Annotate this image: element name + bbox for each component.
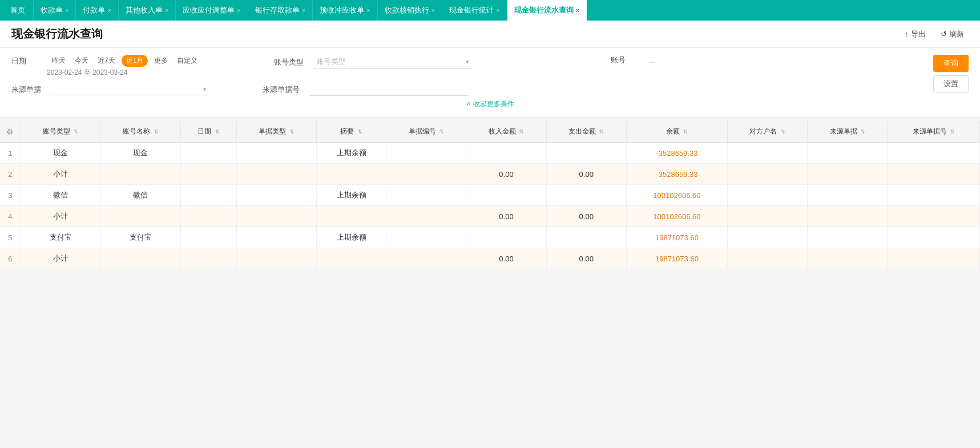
table-row[interactable]: 3微信微信上期余额100102606.60 <box>0 185 980 206</box>
sort-icon-doc-num[interactable]: ⇅ <box>439 129 444 135</box>
table-row[interactable]: 5支付宝支付宝上期余额19871073.60 <box>0 227 980 248</box>
date-label: 日期 <box>11 56 40 66</box>
nav-tab-5[interactable]: 预收冲应收单 × <box>313 0 377 21</box>
cell-summary: 上期余额 <box>317 143 386 164</box>
nav-close-0[interactable]: × <box>65 7 68 14</box>
cell-date <box>181 164 237 185</box>
account-type-label: 账号类型 <box>274 57 304 67</box>
cell-doc_type <box>236 227 316 248</box>
cell-source_doc_num <box>888 227 980 248</box>
cell-account_type: 小计 <box>21 164 100 185</box>
cell-date <box>181 248 237 269</box>
nav-tab-7[interactable]: 现金银行统计 × <box>442 0 507 21</box>
table-row[interactable]: 4小计0.000.00100102606.60 <box>0 206 980 227</box>
th-counterpart-label: 对方户名 <box>749 127 777 135</box>
nav-tab-0[interactable]: 收款单 × <box>34 0 76 21</box>
cell-num: 3 <box>0 185 21 206</box>
nav-tab-4[interactable]: 银行存取款单 × <box>248 0 313 21</box>
source-doc-num-input[interactable] <box>312 85 465 94</box>
sort-icon-balance[interactable]: ⇅ <box>683 129 688 135</box>
cell-expense: 0.00 <box>546 164 626 185</box>
source-doc-label: 来源单据 <box>11 84 41 95</box>
table-row[interactable]: 1现金现金上期余额-3528659.33 <box>0 143 980 164</box>
nav-tab-6[interactable]: 收款核销执行 × <box>378 0 442 21</box>
cell-balance: 100102606.60 <box>626 206 727 227</box>
cell-balance: -3528659.33 <box>626 143 727 164</box>
account-type-select[interactable]: 账号类型 ▾ <box>313 55 473 69</box>
cell-summary <box>317 248 386 269</box>
refresh-button[interactable]: ↺ 刷新 <box>936 27 969 42</box>
sort-icon-counterpart[interactable]: ⇅ <box>781 129 785 135</box>
top-nav: 首页 收款单 × 付款单 × 其他收入单 × 应收应付调整单 × 银行存取款单 … <box>0 0 980 21</box>
cell-doc_type <box>236 185 316 206</box>
nav-close-2[interactable]: × <box>165 7 168 14</box>
page-title: 现金银行流水查询 <box>11 26 103 42</box>
th-summary-label: 摘要 <box>340 127 354 135</box>
nav-close-7[interactable]: × <box>496 7 499 14</box>
cell-account_name <box>100 248 180 269</box>
sort-icon-summary[interactable]: ⇅ <box>358 129 362 135</box>
nav-home[interactable]: 首页 <box>2 0 34 21</box>
cell-balance: 19871073.60 <box>626 227 727 248</box>
date-btn-1month[interactable]: 近1月 <box>122 55 148 67</box>
collapse-bar[interactable]: ∧ 收起更多条件 <box>11 96 969 112</box>
th-date: 日期 ⇅ <box>181 121 237 143</box>
date-btn-more[interactable]: 更多 <box>151 55 171 67</box>
cell-source_doc <box>808 164 888 185</box>
cell-counterpart <box>727 206 807 227</box>
sort-icon-doc-type[interactable]: ⇅ <box>290 129 295 135</box>
sort-icon-expense[interactable]: ⇅ <box>599 129 604 135</box>
source-doc-num-input-wrapper <box>309 83 469 96</box>
nav-close-6[interactable]: × <box>431 7 435 14</box>
nav-close-5[interactable]: × <box>366 7 370 14</box>
nav-tab-3[interactable]: 应收应付调整单 × <box>176 0 248 21</box>
sort-icon-account-type[interactable]: ⇅ <box>74 129 78 135</box>
th-income: 收入金额 ⇅ <box>466 121 546 143</box>
date-btn-7days[interactable]: 近7天 <box>95 55 118 67</box>
nav-tab-1[interactable]: 付款单 × <box>76 0 118 21</box>
data-table: ⚙ 账号类型 ⇅ 账号名称 ⇅ 日期 ⇅ 单据类型 ⇅ <box>0 121 980 269</box>
gear-icon[interactable]: ⚙ <box>6 127 14 136</box>
cell-source_doc_num <box>888 206 980 227</box>
cell-num: 2 <box>0 164 21 185</box>
th-source-doc: 来源单据 ⇅ <box>808 121 888 143</box>
th-source-doc-num: 来源单据号 ⇅ <box>888 121 980 143</box>
cell-expense <box>546 227 626 248</box>
cell-num: 4 <box>0 206 21 227</box>
table-row[interactable]: 6小计0.000.0019871073.60 <box>0 248 980 269</box>
nav-close-1[interactable]: × <box>107 7 111 14</box>
sort-icon-date[interactable]: ⇅ <box>215 129 220 135</box>
cell-source_doc <box>808 248 888 269</box>
table-header-row: ⚙ 账号类型 ⇅ 账号名称 ⇅ 日期 ⇅ 单据类型 ⇅ <box>0 121 980 143</box>
cell-summary <box>317 206 386 227</box>
sort-icon-source-doc-num[interactable]: ⇅ <box>950 129 955 135</box>
settings-button[interactable]: 设置 <box>933 75 969 92</box>
th-counterpart: 对方户名 ⇅ <box>727 121 807 143</box>
date-btn-yesterday[interactable]: 昨天 <box>49 55 68 67</box>
source-doc-select[interactable]: ▾ <box>50 84 210 95</box>
query-button[interactable]: 查询 <box>933 55 969 72</box>
cell-expense <box>546 143 626 164</box>
cell-account_type: 微信 <box>21 185 100 206</box>
date-btn-custom[interactable]: 自定义 <box>174 55 200 67</box>
export-button[interactable]: ↑ 导出 <box>901 27 931 42</box>
cell-counterpart <box>727 185 807 206</box>
cell-income <box>466 227 546 248</box>
collapse-up-icon: ∧ <box>466 100 473 108</box>
nav-tab-2[interactable]: 其他收入单 × <box>119 0 176 21</box>
date-btn-today[interactable]: 今天 <box>72 55 91 67</box>
nav-tab-8[interactable]: 现金银行流水查询 × <box>507 0 587 21</box>
sort-icon-account-name[interactable]: ⇅ <box>154 129 159 135</box>
th-account-name: 账号名称 ⇅ <box>100 121 180 143</box>
sort-icon-source-doc[interactable]: ⇅ <box>861 129 865 135</box>
header-actions: ↑ 导出 ↺ 刷新 <box>901 27 969 42</box>
table-row[interactable]: 2小计0.000.00-3528659.33 <box>0 164 980 185</box>
nav-close-8[interactable]: × <box>576 7 579 14</box>
cell-balance: 19871073.60 <box>626 248 727 269</box>
account-dots[interactable]: ... <box>648 56 655 64</box>
cell-source_doc_num <box>888 143 980 164</box>
th-doc-num-label: 单据编号 <box>409 127 436 135</box>
nav-close-4[interactable]: × <box>302 7 305 14</box>
sort-icon-income[interactable]: ⇅ <box>519 129 524 135</box>
nav-close-3[interactable]: × <box>237 7 240 14</box>
